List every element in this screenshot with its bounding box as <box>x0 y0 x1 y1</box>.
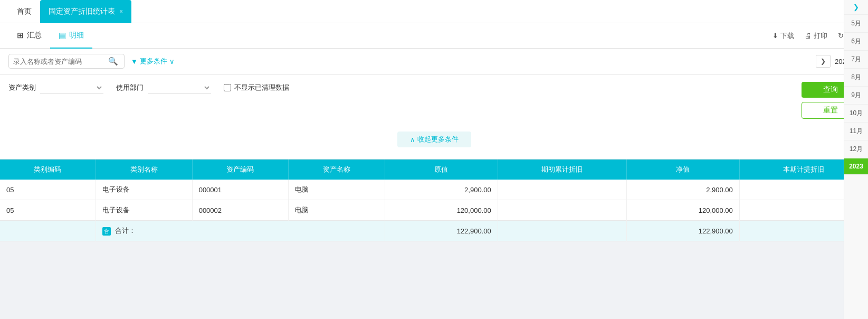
print-button[interactable]: 🖨 打印 <box>805 31 827 41</box>
no-cleared-checkbox-wrap: 不显示已清理数据 <box>224 83 289 92</box>
data-table-wrap: 类别编码 类别名称 资产编码 资产名称 原值 期初累计折旧 净值 本期计提折旧 … <box>0 160 868 241</box>
row2-col6 <box>498 200 626 221</box>
print-icon: 🖨 <box>805 32 812 40</box>
sidebar-month-11[interactable]: 11月 <box>844 123 868 140</box>
table-header-row: 类别编码 类别名称 资产编码 资产名称 原值 期初累计折旧 净值 本期计提折旧 <box>0 160 868 180</box>
sidebar-month-7[interactable]: 7月 <box>844 51 868 69</box>
col-category-name: 类别名称 <box>96 160 192 180</box>
print-label: 打印 <box>814 31 827 41</box>
sidebar-month-6[interactable]: 6月 <box>844 33 868 51</box>
tab-close-icon[interactable]: × <box>119 8 123 15</box>
row2-col4: 电脑 <box>289 200 385 221</box>
sub-tabs-bar: ⊞ 汇总 ▤ 明细 ⬇ 下载 🖨 打印 ↻ 刷新 <box>0 23 868 49</box>
col-net-value: 净值 <box>627 160 740 180</box>
row1-col4: 电脑 <box>289 180 385 200</box>
row1-col5: 2,900.00 <box>385 180 498 200</box>
detail-label: 明细 <box>69 31 84 40</box>
download-icon: ⬇ <box>772 32 778 40</box>
col-asset-code: 资产编码 <box>192 160 289 180</box>
total-col7: 122,900.00 <box>627 221 740 241</box>
collapse-label: 收起更多条件 <box>417 135 459 144</box>
total-label: 合 合计： <box>96 221 385 241</box>
collapse-up-icon: ∧ <box>410 136 415 144</box>
tab-detail[interactable]: ▤ 明细 <box>50 23 92 49</box>
row1-col7: 2,900.00 <box>627 180 740 200</box>
col-original-value: 原值 <box>385 160 498 180</box>
total-icon-cell <box>0 221 96 241</box>
chevron-down-icon: ∨ <box>169 58 175 65</box>
row1-col1: 05 <box>0 180 96 200</box>
download-label: 下载 <box>780 31 794 41</box>
filter-icon: ▼ <box>131 58 138 65</box>
collapse-button[interactable]: ∧ 收起更多条件 <box>397 132 471 147</box>
asset-category-select[interactable] <box>40 82 103 93</box>
sidebar-year-2023[interactable]: 2023 <box>844 158 868 175</box>
total-row: 合 合计： 122,900.00 122,900.00 <box>0 221 868 241</box>
col-asset-name: 资产名称 <box>289 160 385 180</box>
sidebar-month-8[interactable]: 8月 <box>844 69 868 87</box>
col-opening-depreciation: 期初累计折旧 <box>498 160 626 180</box>
department-filter: 使用部门 <box>116 82 211 93</box>
row1-col6 <box>498 180 626 200</box>
main-content: ⊞ 汇总 ▤ 明细 ⬇ 下载 🖨 打印 ↻ 刷新 <box>0 23 868 241</box>
collapse-more-area: ∧ 收起更多条件 <box>8 127 860 152</box>
asset-category-label: 资产类别 <box>8 83 36 92</box>
row2-col5: 120,000.00 <box>385 200 498 221</box>
department-label: 使用部门 <box>116 83 144 92</box>
top-nav: 首页 固定资产折旧统计表 × ✕ <box>0 0 868 23</box>
more-conditions-button[interactable]: ▼ 更多条件 ∨ <box>131 57 175 66</box>
total-label-text: 合计： <box>115 227 136 234</box>
summary-icon: ⊞ <box>17 31 24 40</box>
sidebar-month-10[interactable]: 10月 <box>844 105 868 123</box>
filter-row: 资产类别 使用部门 不显示已清理数据 <box>8 82 793 93</box>
search-input[interactable] <box>13 58 108 65</box>
summary-label: 汇总 <box>27 31 42 40</box>
nav-home[interactable]: 首页 <box>8 0 40 23</box>
search-bar: 🔍 ▼ 更多条件 ∨ ❯ 2023.01 <box>0 49 868 74</box>
search-input-wrap: 🔍 <box>8 54 125 69</box>
more-conditions-label: 更多条件 <box>140 57 167 66</box>
sidebar-month-9[interactable]: 9月 <box>844 87 868 105</box>
row2-col3: 000002 <box>192 200 289 221</box>
col-category-code: 类别编码 <box>0 160 96 180</box>
row1-col2: 电子设备 <box>96 180 192 200</box>
tab-summary[interactable]: ⊞ 汇总 <box>8 23 50 49</box>
total-col6 <box>498 221 626 241</box>
row1-col3: 000001 <box>192 180 289 200</box>
row2-col1: 05 <box>0 200 96 221</box>
row2-col7: 120,000.00 <box>627 200 740 221</box>
asset-category-filter: 资产类别 <box>8 82 103 93</box>
sidebar-month-5[interactable]: 5月 <box>844 15 868 33</box>
data-table: 类别编码 类别名称 资产编码 资产名称 原值 期初累计折旧 净值 本期计提折旧 … <box>0 160 868 241</box>
table-row: 05 电子设备 000002 电脑 120,000.00 120,000.00 <box>0 200 868 221</box>
right-sidebar: ❯ 5月 6月 7月 8月 9月 10月 11月 12月 2023 <box>844 0 868 319</box>
department-select[interactable] <box>148 82 211 93</box>
detail-icon: ▤ <box>59 31 66 40</box>
date-prev-button[interactable]: ❯ <box>816 55 831 68</box>
sidebar-chevron-button[interactable]: ❯ <box>844 0 868 15</box>
search-icon[interactable]: 🔍 <box>108 57 118 66</box>
total-badge-icon: 合 <box>102 227 111 236</box>
total-col5: 122,900.00 <box>385 221 498 241</box>
nav-tab-active[interactable]: 固定资产折旧统计表 × <box>40 0 131 23</box>
table-row: 05 电子设备 000001 电脑 2,900.00 2,900.00 <box>0 180 868 200</box>
row2-col2: 电子设备 <box>96 200 192 221</box>
sidebar-month-12[interactable]: 12月 <box>844 140 868 158</box>
refresh-icon: ↻ <box>838 32 844 40</box>
no-cleared-label: 不显示已清理数据 <box>234 83 289 92</box>
no-cleared-checkbox[interactable] <box>224 84 231 91</box>
filter-panel: 资产类别 使用部门 不显示已清理数据 查询 重置 <box>0 74 868 160</box>
tab-title: 固定资产折旧统计表 <box>49 7 115 16</box>
download-button[interactable]: ⬇ 下载 <box>772 31 794 41</box>
